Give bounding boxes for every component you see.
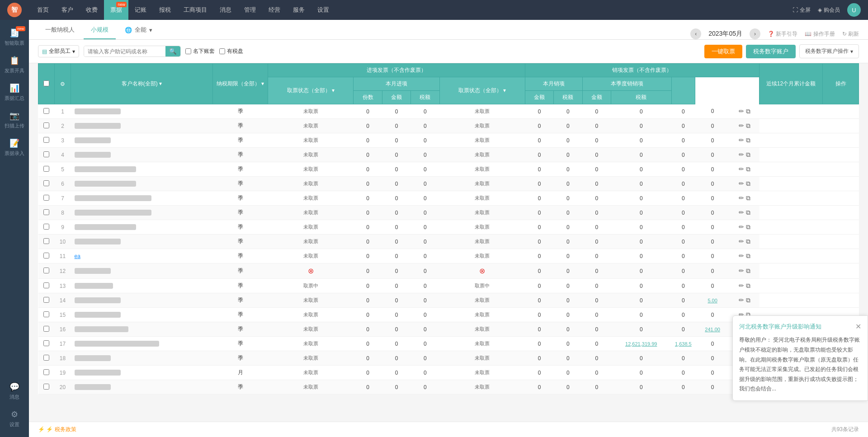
row-checkbox[interactable] — [43, 282, 49, 288]
row-checkbox[interactable] — [43, 340, 49, 346]
row-checkbox[interactable] — [43, 384, 49, 390]
edit-icon[interactable]: ✏ — [739, 267, 744, 275]
sidebar-item-messages[interactable]: 💬 消息 — [8, 377, 21, 405]
client-name-link[interactable]: ea — [75, 253, 80, 259]
prev-month-button[interactable]: ‹ — [690, 28, 701, 39]
nav-manage[interactable]: 管理 — [238, 0, 262, 20]
row-checkbox[interactable] — [43, 166, 49, 172]
nav-business[interactable]: 工商项目 — [177, 0, 213, 20]
row-checkbox[interactable] — [43, 253, 49, 258]
edit-icon[interactable]: ✏ — [739, 282, 744, 290]
row-checkbox[interactable] — [43, 209, 49, 215]
row-checkbox[interactable] — [43, 268, 49, 273]
settings-col-icon[interactable]: ⚙ — [60, 81, 65, 87]
tab-small-scale[interactable]: 小规模 — [84, 21, 116, 39]
copy-icon[interactable]: ⧉ — [746, 165, 750, 173]
select-all-checkbox[interactable] — [43, 80, 49, 86]
search-input[interactable] — [84, 46, 165, 56]
underaccount-filter[interactable]: 名下账套 — [185, 47, 215, 55]
refresh-link[interactable]: ↻ 刷新 — [842, 30, 859, 38]
copy-icon[interactable]: ⧉ — [746, 252, 750, 260]
nav-fee[interactable]: 收费 — [80, 0, 104, 20]
row-checkbox[interactable] — [43, 195, 49, 201]
tax-policy-link[interactable]: ⚡ ⚡ 税务政策 — [38, 426, 76, 433]
edit-icon[interactable]: ✏ — [739, 136, 744, 144]
new-guide-link[interactable]: ❓ 新手引导 — [768, 30, 797, 38]
total-12-value[interactable]: 241.00 — [705, 327, 720, 332]
ops-manual-link[interactable]: 📖 操作手册 — [805, 30, 835, 38]
edit-icon[interactable]: ✏ — [739, 223, 744, 231]
tax-season-value[interactable]: 1,638.5 — [675, 341, 692, 347]
edit-icon[interactable]: ✏ — [739, 108, 744, 115]
copy-icon[interactable]: ⧉ — [746, 122, 750, 130]
tax-digital-ops-button[interactable]: 税务数字账户操作 ▾ — [799, 44, 859, 58]
row-checkbox[interactable] — [43, 180, 49, 186]
taxpan-checkbox[interactable] — [219, 48, 225, 54]
next-month-button[interactable]: › — [750, 28, 760, 39]
edit-icon[interactable]: ✏ — [739, 194, 744, 202]
nav-bookkeeping[interactable]: 记账 — [128, 0, 153, 20]
copy-icon[interactable]: ⧉ — [746, 209, 750, 216]
sidebar-item-invoice-entry[interactable]: 📝 票据录入 — [0, 134, 29, 161]
user-avatar[interactable]: U — [847, 3, 861, 17]
nav-message[interactable]: 消息 — [213, 0, 238, 20]
sidebar-item-scan-upload[interactable]: 📷 扫描上传 — [0, 106, 29, 134]
employee-filter[interactable]: ▤ 全部员工 ▾ — [38, 45, 79, 57]
row-checkbox[interactable] — [43, 151, 49, 157]
row-checkbox[interactable] — [43, 238, 49, 244]
total-12-value[interactable]: 5.00 — [708, 298, 717, 303]
row-checkbox[interactable] — [43, 311, 49, 317]
amount-season-value[interactable]: 12,621,319.99 — [625, 341, 657, 347]
copy-icon[interactable]: ⧉ — [746, 180, 750, 188]
sidebar-item-settings[interactable]: ⚙ 设置 — [8, 405, 21, 432]
notification-close-button[interactable]: ✕ — [855, 322, 861, 331]
nav-home[interactable]: 首页 — [31, 0, 55, 20]
sidebar-item-invoice-issue[interactable]: 📋 发票开具 — [0, 51, 29, 79]
sidebar-item-smart-fetch[interactable]: 🧾 智能取票 — [0, 23, 29, 51]
copy-icon[interactable]: ⧉ — [746, 108, 750, 115]
row-checkbox[interactable] — [43, 326, 49, 332]
copy-icon[interactable]: ⧉ — [746, 296, 750, 304]
copy-icon[interactable]: ⧉ — [746, 194, 750, 202]
copy-icon[interactable]: ⧉ — [746, 136, 750, 144]
edit-icon[interactable]: ✏ — [739, 165, 744, 173]
row-checkbox[interactable] — [43, 108, 49, 114]
edit-icon[interactable]: ✏ — [739, 296, 744, 304]
row-checkbox[interactable] — [43, 122, 49, 128]
nav-settings[interactable]: 设置 — [311, 0, 335, 20]
edit-icon[interactable]: ✏ — [739, 151, 744, 159]
nav-invoice[interactable]: 票据 new — [104, 0, 128, 20]
header-tax-period[interactable]: 纳税期限（全部） ▾ — [212, 64, 268, 104]
copy-icon[interactable]: ⧉ — [746, 151, 750, 159]
copy-icon[interactable]: ⧉ — [746, 238, 750, 245]
row-checkbox[interactable] — [43, 369, 49, 375]
row-checkbox[interactable] — [43, 355, 49, 361]
nav-client[interactable]: 客户 — [55, 0, 80, 20]
header-fetch-status-out[interactable]: 取票状态（全部） ▾ — [439, 77, 525, 104]
nav-service[interactable]: 服务 — [287, 0, 311, 20]
underaccount-checkbox[interactable] — [185, 48, 191, 54]
one-click-fetch-button[interactable]: 一键取票 — [704, 45, 742, 58]
taxpan-filter[interactable]: 有税盘 — [219, 47, 243, 55]
tab-all[interactable]: 🌐 全能 ▾ — [118, 21, 160, 39]
edit-icon[interactable]: ✏ — [739, 209, 744, 216]
copy-icon[interactable]: ⧉ — [746, 267, 750, 275]
row-checkbox[interactable] — [43, 297, 49, 303]
fullscreen-button[interactable]: ⛶ 全屏 — [793, 6, 811, 14]
row-checkbox[interactable] — [43, 137, 49, 143]
copy-icon[interactable]: ⧉ — [746, 282, 750, 290]
nav-operation[interactable]: 经营 — [262, 0, 287, 20]
search-button[interactable]: 🔍 — [165, 46, 180, 56]
edit-icon[interactable]: ✏ — [739, 122, 744, 130]
header-fetch-status-in[interactable]: 取票状态（全部） ▾ — [268, 77, 354, 104]
tab-general-taxpayer[interactable]: 一般纳税人 — [38, 21, 82, 39]
row-checkbox[interactable] — [43, 224, 49, 230]
header-client-name[interactable]: 客户名称(全部) ▾ — [71, 64, 213, 104]
sidebar-item-invoice-summary[interactable]: 📊 票据汇总 — [0, 79, 29, 106]
edit-icon[interactable]: ✏ — [739, 180, 744, 188]
copy-icon[interactable]: ⧉ — [746, 223, 750, 231]
edit-icon[interactable]: ✏ — [739, 238, 744, 245]
tax-digital-account-button[interactable]: 税务数字账户 — [746, 45, 796, 58]
vip-button[interactable]: ◈ 购会员 — [818, 6, 840, 14]
nav-tax[interactable]: 报税 — [153, 0, 177, 20]
